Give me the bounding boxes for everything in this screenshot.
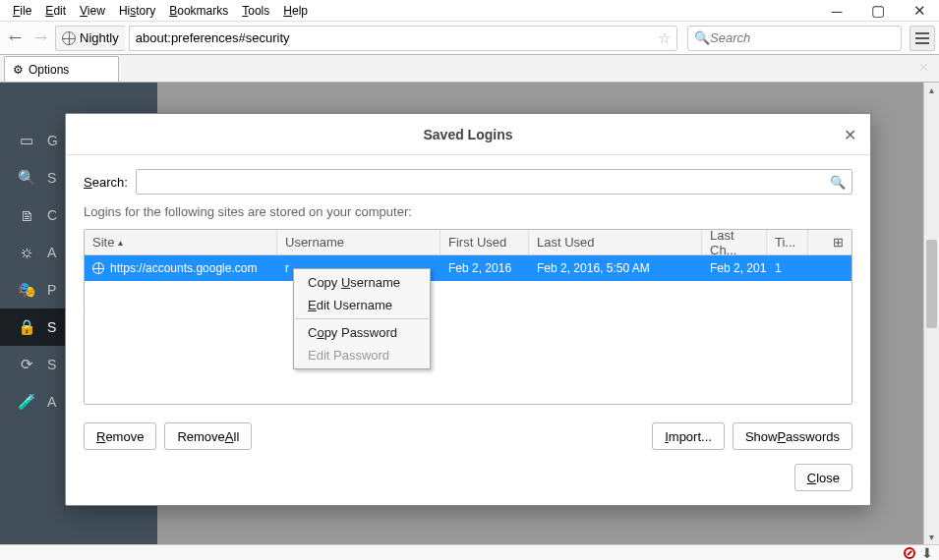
maximize-button[interactable]: ▢ [866,2,890,20]
url-bar[interactable]: ☆ [129,26,677,51]
ctx-separator [295,318,429,319]
cell-site: https://accounts.google.com [110,261,257,275]
minimize-button[interactable]: ─ [825,2,849,20]
cell-last-used: Feb 2, 2016, 5:50 AM [529,261,702,275]
back-button[interactable]: 🡐 [4,28,26,49]
scroll-up-icon[interactable]: ▴ [924,84,939,95]
login-search-field[interactable]: 🔍 [136,169,852,195]
scroll-thumb[interactable] [926,240,937,328]
saved-logins-dialog: Saved Logins ✕ Search: 🔍 Logins for the … [65,113,871,506]
menu-tools[interactable]: Tools [235,2,276,20]
ctx-edit-username[interactable]: Edit Username [294,294,430,316]
dialog-title: Saved Logins [423,127,512,142]
navbar: 🡐 🡒 Nightly ☆ 🔍 [0,22,939,55]
search-bar[interactable]: 🔍 [687,26,902,51]
gear-icon: ⚙ [13,63,24,77]
noscript-icon[interactable] [904,547,915,559]
content-icon: 🗎 [18,207,35,224]
cell-times-used: 1 [767,261,808,275]
col-site[interactable]: Site▴ [85,230,277,254]
col-picker[interactable]: ⊞ [808,230,851,254]
forward-button: 🡒 [29,28,51,49]
remove-button[interactable]: Remove [84,422,156,450]
tab-options[interactable]: ⚙ Options [4,56,119,82]
cell-last-changed: Feb 2, 2016 [702,261,767,275]
search-icon: 🔍 [694,30,710,45]
dialog-subtitle: Logins for the following sites are store… [84,204,852,219]
sort-asc-icon: ▴ [118,237,123,248]
col-username[interactable]: Username [277,230,440,254]
login-search-input[interactable] [143,175,830,190]
scrollbar[interactable]: ▴ ▾ [923,83,939,544]
url-input[interactable] [136,30,658,45]
context-menu: Copy Username Edit Username Copy Passwor… [293,268,431,369]
tab-label: Options [29,63,69,77]
sync-icon: ⟳ [18,356,35,373]
search-pref-icon: 🔍 [18,169,35,187]
privacy-icon: 🎭 [18,281,35,299]
dialog-footer: Remove Remove All Import... Show Passwor… [66,415,870,464]
remove-all-button[interactable]: Remove All [164,422,252,450]
status-bar: ⬇ [0,544,939,560]
ctx-copy-password[interactable]: Copy Password [294,321,430,344]
col-last-used[interactable]: Last Used [529,230,702,254]
menu-view[interactable]: View [73,2,112,20]
search-input[interactable] [710,30,895,45]
globe-icon [62,31,76,45]
logins-table: Site▴ Username First Used Last Used Last… [84,229,852,405]
table-header: Site▴ Username First Used Last Used Last… [85,230,851,255]
advanced-icon: 🧪 [18,393,35,411]
close-window-button[interactable]: ✕ [908,2,931,20]
table-row[interactable]: https://accounts.google.com r Feb 2, 201… [85,255,851,281]
col-last-changed[interactable]: Last Ch... [702,230,767,254]
globe-icon [92,262,104,274]
download-icon[interactable]: ⬇ [921,545,933,561]
scroll-down-icon[interactable]: ▾ [924,532,939,542]
menubar: File Edit View History Bookmarks Tools H… [0,0,939,22]
ctx-copy-username[interactable]: Copy Username [294,271,430,294]
dialog-header: Saved Logins ✕ [66,114,870,155]
lock-icon: 🔒 [18,318,35,336]
menu-help[interactable]: Help [276,2,315,20]
ctx-edit-password: Edit Password [294,344,430,366]
import-button[interactable]: Import... [652,422,725,450]
menu-button[interactable] [910,26,935,51]
menu-file[interactable]: File [6,2,38,20]
show-passwords-button[interactable]: Show Passwords [733,422,852,450]
window-controls: ─ ▢ ✕ [825,2,931,20]
tab-strip: ⚙ Options ✕ [0,55,939,83]
bookmark-star-icon[interactable]: ☆ [658,29,671,47]
col-first-used[interactable]: First Used [440,230,529,254]
close-button[interactable]: Close [794,464,852,491]
general-icon: ▭ [18,132,35,149]
menu-edit[interactable]: Edit [38,2,73,20]
identity-box[interactable]: Nightly [55,26,125,51]
search-icon[interactable]: 🔍 [830,175,846,190]
tab-close-icon[interactable]: ✕ [918,60,929,75]
applications-icon: ⛭ [18,245,35,261]
identity-label: Nightly [80,30,119,45]
dialog-close-icon[interactable]: ✕ [844,126,856,144]
cell-first-used: Feb 2, 2016 [440,261,529,275]
menu-history[interactable]: History [112,2,162,20]
search-label: Search: [84,175,128,190]
menu-bookmarks[interactable]: Bookmarks [162,2,235,20]
col-times-used[interactable]: Ti... [767,230,808,254]
